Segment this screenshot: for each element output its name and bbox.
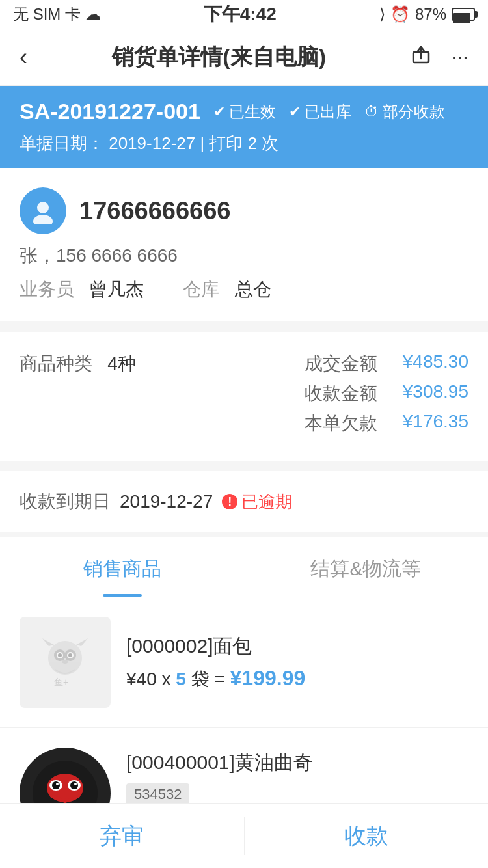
svg-point-9 [58, 653, 62, 657]
order-header: SA-20191227-001 ✔ 已生效 ✔ 已出库 ⏱ 部分收款 单据日期：… [0, 86, 488, 168]
customer-phone: 17666666666 [79, 197, 230, 225]
page-title: 销货单详情(来自电脑) [112, 42, 326, 72]
warehouse-label: 仓库 [183, 279, 219, 299]
print-info: | 打印 2 次 [200, 133, 278, 153]
svg-point-3 [33, 215, 53, 224]
received-amount-row: 收款金额 ¥308.95 [305, 381, 468, 406]
more-button[interactable]: ··· [451, 45, 468, 69]
financial-stats: 成交金额 ¥485.30 收款金额 ¥308.95 本单欠款 ¥176.35 [305, 351, 468, 441]
received-label: 收款金额 [305, 381, 377, 406]
product-tag-cookie: 534532 [126, 783, 189, 806]
product-item: 鱼+ [0000002]面包 ¥40 x 5 袋 = ¥199.99 [0, 597, 488, 728]
sales-name: 曾凡杰 [89, 279, 144, 299]
svg-point-19 [70, 781, 78, 789]
deal-value: ¥485.30 [390, 351, 468, 376]
tab-sales-products[interactable]: 销售商品 [0, 537, 244, 597]
category-info: 商品种类 4种 [20, 351, 136, 376]
svg-point-21 [74, 783, 77, 785]
nav-right-actions: ··· [411, 44, 468, 70]
product-thumbnail-bread: 鱼+ [20, 617, 111, 708]
category-label: 商品种类 [20, 353, 92, 373]
check-icon-1: ✔ [213, 103, 225, 120]
status-bar-right: ⟩ ⏰ 87% [379, 5, 475, 23]
check-icon-2: ✔ [289, 103, 301, 120]
nav-bar: ‹ 销货单详情(来自电脑) ··· [0, 29, 488, 86]
svg-point-18 [52, 781, 60, 789]
bread-equals: = [214, 669, 230, 689]
product-price-bread: ¥40 x 5 袋 = ¥199.99 [126, 666, 468, 692]
battery-level: 87% [415, 5, 446, 23]
bottom-bar: 弃审 收款 [0, 803, 488, 868]
sales-label: 业务员 [20, 279, 74, 299]
tabs: 销售商品 结算&物流等 [0, 537, 488, 597]
due-section: 收款到期日 2019-12-27 ! 已逾期 [0, 471, 488, 537]
tab-settlement-label: 结算&物流等 [310, 558, 421, 579]
svg-point-11 [62, 660, 68, 664]
svg-point-2 [37, 202, 49, 213]
order-id: SA-20191227-001 [20, 99, 200, 124]
received-value: ¥308.95 [390, 381, 468, 406]
overdue-icon: ! [222, 494, 237, 509]
stats-section: 商品种类 4种 成交金额 ¥485.30 收款金额 ¥308.95 本单欠款 ¥… [0, 332, 488, 461]
clock-icon: ⏱ [364, 103, 379, 120]
overdue-badge: ! 已逾期 [222, 491, 292, 513]
order-date-line: 单据日期： 2019-12-27 | 打印 2 次 [20, 132, 468, 155]
collect-button[interactable]: 收款 [245, 804, 489, 868]
bread-unit: 袋 [191, 669, 210, 689]
overdue-text: 已逾期 [241, 491, 292, 513]
status-bar-left: 无 SIM 卡 ☁ [13, 4, 101, 25]
sales-info: 业务员 曾凡杰 [20, 277, 144, 302]
category-value: 4种 [107, 353, 136, 373]
warehouse-info: 仓库 总仓 [183, 277, 271, 302]
customer-meta: 业务员 曾凡杰 仓库 总仓 [20, 277, 468, 302]
badge-partial: ⏱ 部分收款 [364, 102, 445, 122]
owed-label: 本单欠款 [305, 411, 377, 436]
avatar [20, 187, 66, 234]
badge-effective: ✔ 已生效 [213, 102, 276, 122]
product-name-cookie: [000400001]黄油曲奇 [126, 750, 468, 776]
reject-button[interactable]: 弃审 [0, 804, 244, 868]
warehouse-name: 总仓 [235, 279, 271, 299]
alarm-icon: ⏰ [390, 5, 410, 23]
product-name-bread: [0000002]面包 [126, 633, 468, 660]
back-button[interactable]: ‹ [20, 44, 27, 71]
deal-amount-row: 成交金额 ¥485.30 [305, 351, 468, 376]
date-label: 单据日期： [20, 133, 104, 153]
owed-amount-row: 本单欠款 ¥176.35 [305, 411, 468, 436]
deal-label: 成交金额 [305, 351, 377, 376]
bread-multiply: x [162, 669, 176, 689]
sim-status: 无 SIM 卡 ☁ [13, 4, 101, 25]
svg-point-10 [68, 653, 72, 657]
tab-settlement[interactable]: 结算&物流等 [244, 537, 488, 597]
battery-icon [452, 8, 475, 21]
bread-price: ¥40 [126, 669, 157, 689]
svg-point-20 [56, 783, 59, 785]
svg-text:鱼+: 鱼+ [54, 677, 68, 687]
badge-shipped: ✔ 已出库 [289, 102, 351, 122]
product-info-bread: [0000002]面包 ¥40 x 5 袋 = ¥199.99 [126, 633, 468, 692]
status-bar-time: 下午4:42 [204, 2, 277, 27]
owed-value: ¥176.35 [390, 411, 468, 436]
order-date-value: 2019-12-27 [109, 133, 195, 153]
tab-sales-label: 销售商品 [83, 558, 161, 579]
share-button[interactable] [411, 44, 431, 70]
customer-name-phone: 张，156 6666 6666 [20, 243, 468, 268]
due-label: 收款到期日 [20, 489, 111, 514]
status-bar: 无 SIM 卡 ☁ 下午4:42 ⟩ ⏰ 87% [0, 0, 488, 29]
bread-quantity: 5 [176, 669, 186, 689]
location-icon: ⟩ [379, 5, 385, 23]
bread-total: ¥199.99 [230, 666, 306, 690]
due-date: 2019-12-27 [120, 491, 213, 512]
customer-section: 17666666666 张，156 6666 6666 业务员 曾凡杰 仓库 总… [0, 168, 488, 321]
